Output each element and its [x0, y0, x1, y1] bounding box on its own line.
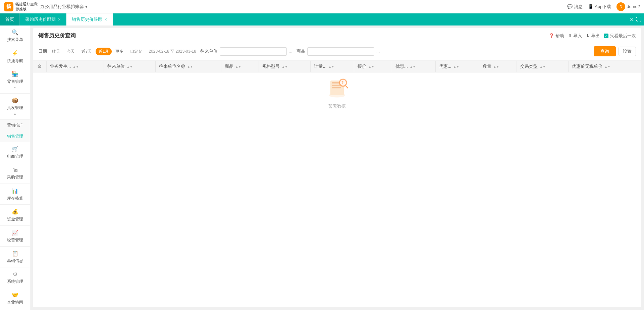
search-icon: 🔍	[12, 29, 18, 36]
sidebar-item-search[interactable]: 🔍 搜索菜单	[0, 25, 30, 46]
tab-home[interactable]: 首页	[0, 13, 20, 25]
export-icon: ⬇	[586, 33, 590, 38]
goods-filter-group: 商品 ...	[297, 47, 380, 56]
sidebar-item-purchase[interactable]: 🛍 采购管理	[0, 163, 30, 184]
sort-arrows-quote: ▲▼	[368, 65, 374, 68]
sort-arrows-unit-code: ▲▼	[127, 65, 133, 68]
table-col-unit-name[interactable]: 往来单位名称 ▲▼	[156, 61, 221, 72]
table-col-qty[interactable]: 数量 ▲▼	[479, 61, 517, 72]
query-button[interactable]: 查询	[594, 46, 616, 56]
gear-icon[interactable]: ⚙	[37, 63, 42, 69]
date-btn-1month[interactable]: 近1月	[96, 48, 112, 55]
table-col-trade-type[interactable]: 交易类型 ▲▼	[517, 61, 569, 72]
only-last-checkbox-group[interactable]: ✓ 只看最后一次	[604, 33, 636, 39]
import-button[interactable]: ⬆ 导入	[568, 33, 582, 39]
table-col-spec[interactable]: 规格型号 ▲▼	[259, 61, 311, 72]
date-label: 日期	[38, 48, 47, 54]
sidebar-item-system[interactable]: ⚙ 系统管理	[0, 267, 30, 288]
goods-dots-button[interactable]: ...	[376, 49, 380, 54]
basic-icon: 📋	[12, 250, 18, 257]
sort-arrows-pretax-price: ▲▼	[604, 65, 610, 68]
table-col-settings[interactable]: ⚙	[33, 61, 46, 72]
download-icon: 📱	[588, 4, 593, 9]
sidebar: 🔍 搜索菜单 ⚡ 快捷导航 🏪 零售管理 ▾ 📦 批发管理 ▴ 营销推广 销售管…	[0, 25, 30, 310]
goods-input[interactable]	[307, 47, 374, 56]
date-options: 昨天 今天 近7天 近1月 更多 自定义	[49, 48, 145, 55]
empty-text: 暂无数据	[328, 103, 346, 109]
page-title: 销售历史价查询	[38, 32, 76, 39]
table-col-unit-code[interactable]: 往来单位 ▲▼	[104, 61, 155, 72]
table-header-row: ⚙ 业务发生... ▲▼ 往来单位 ▲▼ 往来单位名称	[33, 61, 641, 72]
only-last-checkbox[interactable]: ✓	[604, 34, 608, 38]
sidebar-item-enterprise[interactable]: 🤝 企业协同	[0, 288, 30, 309]
settings-button[interactable]: 设置	[619, 47, 636, 56]
help-icon: ❓	[549, 33, 554, 38]
table-col-quote[interactable]: 报价 ▲▼	[354, 61, 392, 72]
sidebar-item-sales-promotion[interactable]: 营销推广	[0, 120, 30, 131]
message-icon: 💬	[567, 4, 573, 9]
filter-bar: 日期 昨天 今天 近7天 近1月 更多 自定义 2023-02-18 至 202…	[33, 42, 641, 61]
app-download-button[interactable]: 📱 App下载	[588, 4, 611, 10]
sidebar-item-sales-mgmt[interactable]: 销售管理	[0, 131, 30, 142]
sort-arrows-discount1: ▲▼	[410, 65, 416, 68]
tab-bar-actions: ✕ ⛶	[627, 13, 644, 25]
table-col-discount2[interactable]: 优惠... ▲▼	[435, 61, 479, 72]
tab-sales-history[interactable]: 销售历史价跟踪 ✕	[66, 13, 113, 25]
date-filter-group: 日期 昨天 今天 近7天 近1月 更多 自定义 2023-02-18 至 202…	[38, 48, 196, 55]
date-btn-custom[interactable]: 自定义	[127, 48, 145, 55]
table-col-goods[interactable]: 商品 ▲▼	[221, 61, 259, 72]
chevron-up-icon: ▴	[14, 111, 16, 116]
from-unit-label: 往来单位	[200, 48, 218, 54]
close-all-tabs-button[interactable]: ✕	[630, 16, 634, 23]
maximize-button[interactable]: ⛶	[636, 16, 641, 22]
wholesale-sub-menu: 营销推广 销售管理	[0, 120, 30, 142]
close-tab-sales[interactable]: ✕	[104, 17, 107, 22]
page-header: 销售历史价查询 ❓ 帮助 ⬆ 导入 ⬇ 导出 ✓	[33, 28, 641, 42]
sidebar-item-inventory[interactable]: 📊 库存核算	[0, 184, 30, 205]
sidebar-item-basic[interactable]: 📋 基础信息	[0, 247, 30, 267]
empty-state: ? 暂无数据	[33, 72, 641, 109]
data-table: ⚙ 业务发生... ▲▼ 往来单位 ▲▼ 往来单位名称	[33, 61, 641, 72]
svg-line-8	[346, 86, 348, 88]
table-container: ⚙ 业务发生... ▲▼ 往来单位 ▲▼ 往来单位名称	[33, 61, 641, 307]
export-button[interactable]: ⬇ 导出	[586, 33, 600, 39]
sort-arrows-goods: ▲▼	[235, 65, 241, 68]
sidebar-item-operation[interactable]: 📈 经营管理	[0, 226, 30, 247]
sidebar-item-finance[interactable]: 💰 资金管理	[0, 205, 30, 225]
quick-nav-icon: ⚡	[12, 50, 18, 57]
close-tab-purchase[interactable]: ✕	[58, 17, 61, 22]
sidebar-item-quick-nav[interactable]: ⚡ 快捷导航	[0, 46, 30, 67]
sort-arrows-unit: ▲▼	[328, 65, 334, 68]
retail-icon: 🏪	[12, 70, 18, 78]
from-unit-input[interactable]	[220, 47, 287, 56]
user-profile[interactable]: D demo2	[616, 2, 640, 11]
operation-icon: 📈	[12, 229, 18, 237]
table-col-discount1[interactable]: 优惠... ▲▼	[392, 61, 435, 72]
from-unit-dots-button[interactable]: ...	[289, 49, 292, 54]
date-range-display: 2023-02-18 至 2023-03-18	[149, 49, 196, 54]
sort-arrows-qty: ▲▼	[493, 65, 499, 68]
finance-icon: 💰	[12, 208, 18, 215]
tab-purchase-history[interactable]: 采购历史价跟踪 ✕	[20, 13, 66, 25]
date-btn-more[interactable]: 更多	[112, 48, 126, 55]
message-button[interactable]: 💬 消息	[567, 4, 583, 10]
help-button[interactable]: ❓ 帮助	[549, 33, 564, 39]
date-btn-7days[interactable]: 近7天	[78, 48, 95, 55]
header-right: 💬 消息 📱 App下载 D demo2	[567, 2, 640, 11]
sidebar-item-retail[interactable]: 🏪 零售管理 ▾	[0, 67, 30, 93]
import-icon: ⬆	[568, 33, 572, 38]
table-col-pretax-price[interactable]: 优惠前无税单价 ▲▼	[569, 61, 641, 72]
date-btn-today[interactable]: 今天	[64, 48, 78, 55]
chevron-down-icon: ▾	[14, 85, 16, 90]
date-btn-yesterday[interactable]: 昨天	[49, 48, 63, 55]
sort-arrows-discount2: ▲▼	[453, 65, 459, 68]
table-col-unit[interactable]: 计量... ▲▼	[311, 61, 354, 72]
from-unit-filter-group: 往来单位 ...	[200, 47, 292, 56]
table-col-biz-date[interactable]: 业务发生... ▲▼	[46, 61, 104, 72]
workspace-selector[interactable]: 办公用品行业模拟账套 ▾	[40, 4, 88, 10]
sidebar-item-ecom[interactable]: 🛒 电商管理	[0, 142, 30, 163]
ecom-icon: 🛒	[12, 146, 18, 153]
sidebar-item-wholesale[interactable]: 📦 批发管理 ▴	[0, 94, 30, 120]
header-left: 畅 畅捷通好生意 标准版 办公用品行业模拟账套 ▾	[4, 2, 88, 11]
tab-bar: 首页 采购历史价跟踪 ✕ 销售历史价跟踪 ✕ ✕ ⛶	[0, 13, 644, 25]
